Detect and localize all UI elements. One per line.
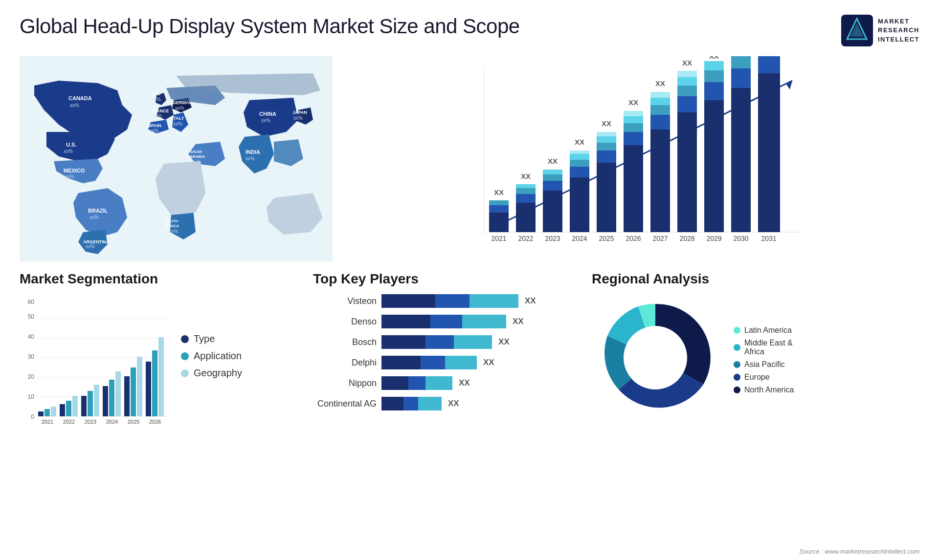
- bottom-sections: Market Segmentation 0 10 20 30 40 50 60: [20, 271, 919, 426]
- type-color: [181, 335, 189, 343]
- svg-rect-55: [677, 77, 697, 86]
- svg-rect-86: [45, 409, 50, 416]
- japan-value: xx%: [293, 115, 303, 121]
- svg-rect-32: [597, 151, 616, 163]
- svg-rect-24: [570, 177, 589, 232]
- segmentation-legend: Type Application Geography: [181, 294, 242, 379]
- svg-rect-103: [137, 357, 142, 416]
- us-value: xx%: [64, 149, 73, 154]
- svg-rect-12: [516, 203, 536, 232]
- svg-rect-8: [489, 205, 509, 213]
- svg-rect-15: [516, 184, 536, 188]
- bar-2021: XX 2021: [489, 188, 509, 242]
- player-delphi: Delphi XX: [313, 356, 567, 369]
- player-name-continental: Continental AG: [313, 399, 377, 409]
- player-bar-denso: XX: [381, 315, 524, 328]
- italy-value: xx%: [173, 121, 182, 127]
- svg-rect-49: [650, 92, 670, 98]
- geography-color: [181, 369, 189, 377]
- germany-value: xx%: [175, 106, 184, 111]
- japan-label: JAPAN: [292, 110, 307, 115]
- france-value: xx%: [153, 113, 162, 119]
- header: Global Head-Up Display System Market Siz…: [20, 15, 919, 46]
- svg-rect-19: [543, 181, 562, 191]
- logo-icon: [841, 15, 873, 46]
- svg-text:2024: 2024: [106, 419, 118, 425]
- svg-text:XX: XX: [682, 59, 692, 67]
- svg-text:10: 10: [28, 393, 35, 400]
- svg-rect-99: [115, 371, 121, 416]
- regional-legend: Latin America Middle East &Africa Asia P…: [734, 326, 794, 394]
- player-visteon: Visteon XX: [313, 294, 567, 308]
- legend-mea: Middle East &Africa: [734, 339, 794, 356]
- southafrica-value: xx%: [169, 229, 178, 234]
- india-value: xx%: [246, 156, 255, 161]
- svg-rect-106: [152, 350, 157, 416]
- china-label: CHINA: [259, 111, 276, 117]
- svg-rect-94: [88, 391, 93, 416]
- page-container: Global Head-Up Display System Market Siz…: [0, 0, 939, 560]
- bar-2024: XX 2024: [570, 138, 589, 242]
- svg-text:XX: XX: [521, 172, 531, 180]
- svg-text:2029: 2029: [706, 235, 721, 242]
- svg-text:2022: 2022: [63, 419, 75, 425]
- svg-rect-18: [543, 191, 562, 232]
- segmentation-section: Market Segmentation 0 10 20 30 40 50 60: [20, 271, 293, 426]
- svg-text:2027: 2027: [652, 235, 668, 242]
- bar-2027: XX 2027: [650, 79, 670, 242]
- svg-text:0: 0: [31, 413, 34, 420]
- donut-chart-svg: [592, 294, 719, 421]
- svg-rect-9: [489, 200, 509, 205]
- svg-rect-46: [650, 115, 670, 129]
- svg-rect-20: [543, 174, 562, 181]
- svg-rect-41: [624, 116, 643, 123]
- logo-container: MARKETRESEARCHINTELLECT: [841, 15, 919, 46]
- world-map-svg: CANADA xx% U.S. xx% MEXICO xx% BRAZIL xx…: [20, 56, 333, 261]
- bar-2029: 2029: [704, 61, 724, 242]
- player-name-nippon: Nippon: [313, 378, 377, 388]
- svg-text:2021: 2021: [42, 419, 53, 425]
- svg-rect-64: [731, 88, 751, 232]
- svg-text:2028: 2028: [679, 235, 694, 242]
- svg-rect-14: [516, 188, 536, 194]
- france-label: FRANCE: [151, 108, 169, 113]
- svg-rect-38: [624, 145, 643, 232]
- svg-rect-65: [731, 68, 751, 88]
- svg-text:XX: XX: [494, 188, 504, 196]
- key-players-section: Top Key Players Visteon XX Denso: [303, 271, 577, 426]
- brazil-label: BRAZIL: [88, 208, 108, 214]
- svg-rect-69: [758, 56, 780, 73]
- svg-rect-21: [543, 170, 562, 174]
- svg-rect-47: [650, 105, 670, 115]
- svg-text:XX: XX: [548, 157, 558, 165]
- svg-rect-13: [516, 194, 536, 203]
- svg-rect-26: [570, 160, 589, 167]
- svg-rect-107: [158, 337, 164, 416]
- player-name-visteon: Visteon: [313, 296, 377, 306]
- spain-value: xx%: [149, 128, 158, 133]
- canada-label: CANADA: [68, 95, 92, 101]
- svg-rect-42: [624, 111, 643, 116]
- svg-text:2030: 2030: [733, 235, 748, 242]
- segmentation-content: 0 10 20 30 40 50 60: [20, 294, 293, 426]
- svg-text:2026: 2026: [149, 419, 161, 425]
- us-label: U.S.: [66, 142, 76, 148]
- svg-rect-90: [66, 401, 71, 416]
- logo-text: MARKETRESEARCHINTELLECT: [878, 17, 919, 44]
- svg-text:2031: 2031: [761, 235, 776, 242]
- svg-rect-59: [704, 100, 724, 232]
- saudi-label: SAUDI: [190, 150, 202, 154]
- svg-rect-25: [570, 167, 589, 177]
- application-color: [181, 352, 189, 360]
- legend-asia-pacific: Asia Pacific: [734, 360, 794, 369]
- canada-value: xx%: [70, 103, 79, 108]
- player-bar-nippon: XX: [381, 376, 470, 390]
- svg-rect-40: [624, 123, 643, 132]
- top-section: CANADA xx% U.S. xx% MEXICO xx% BRAZIL xx…: [20, 56, 919, 266]
- source-text: Source : www.marketresearchintellect.com: [799, 548, 919, 555]
- page-title: Global Head-Up Display System Market Siz…: [20, 15, 520, 38]
- bar-2028: XX 2028: [677, 59, 697, 242]
- svg-rect-34: [597, 136, 616, 143]
- bar-2026: XX 2026: [624, 98, 643, 242]
- svg-rect-102: [131, 367, 136, 416]
